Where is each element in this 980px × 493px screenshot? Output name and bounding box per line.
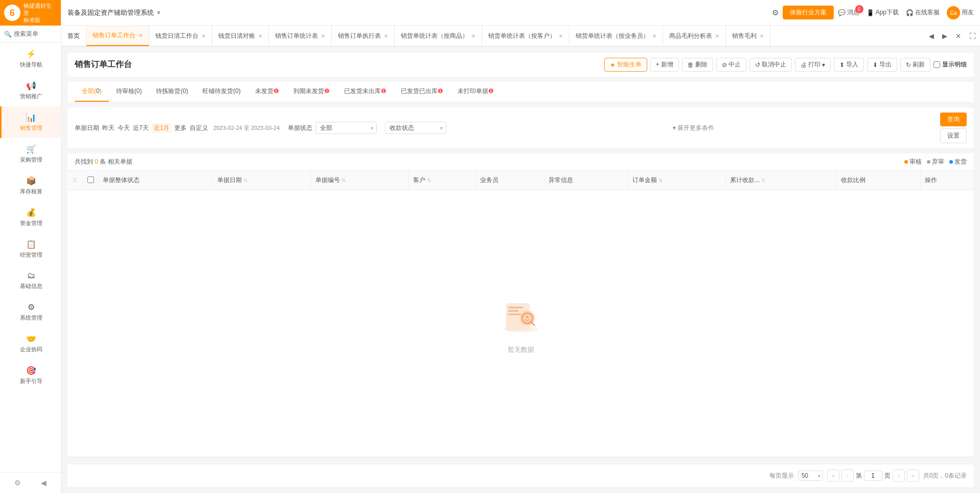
sidebar-item-purchase[interactable]: 🛒 采购管理 (0, 138, 61, 170)
th-customer[interactable]: 客户 (409, 171, 476, 190)
sidebar-search[interactable]: 🔍 搜索菜单 (0, 26, 61, 43)
show-detail-checkbox[interactable] (933, 61, 940, 68)
batch-cancel-review-btn[interactable]: 弃审 (927, 158, 944, 166)
tab-sales-summary-customer[interactable]: 销货单统计表（按客户） ✕ (482, 26, 569, 46)
sidebar-item-system[interactable]: ⚙ 系统管理 (0, 296, 61, 328)
filter-tab-overdue-not-shipped[interactable]: 到期未发货❶ (286, 82, 337, 102)
tab-close-sales-exec[interactable]: ✕ (384, 33, 388, 39)
tab-sales-summary-staff[interactable]: 销货单统计表（按业务员） ✕ (569, 26, 663, 46)
pagination-last-btn[interactable]: » (907, 469, 919, 482)
filter-tab-pending-review[interactable]: 待审核(0) (109, 82, 149, 102)
tab-sales-profit[interactable]: 销售毛利 ✕ (726, 26, 770, 46)
empty-state: 暂无数据 (67, 190, 974, 457)
tab-sales-stats[interactable]: 销售订单统计表 ✕ (269, 26, 332, 46)
filter-status-select[interactable]: 全部 (315, 122, 377, 134)
refresh-icon: ↻ (906, 61, 911, 69)
select-all-checkbox[interactable] (87, 176, 94, 183)
tab-close-current[interactable]: ✕ (951, 26, 965, 46)
print-button[interactable]: 🖨 打印 ▾ (795, 58, 831, 72)
th-amount[interactable]: 订单金额 (628, 171, 726, 190)
tab-close-sales-profit[interactable]: ✕ (760, 33, 764, 39)
batch-review-btn[interactable]: 审核 (904, 158, 922, 166)
tab-close-sales-summary-product[interactable]: ✕ (471, 33, 475, 39)
filter-tab-pending-inspect[interactable]: 待拣验货(0) (149, 82, 195, 102)
topbar-gear-icon[interactable]: ⚙ (772, 8, 779, 17)
shortcut-yesterday[interactable]: 昨天 (102, 124, 115, 132)
sidebar: 6 畅捷通好生意 标准版 🔍 搜索菜单 ⚡ 快捷导航 📢 营销推广 📊 销售管理… (0, 0, 61, 493)
tab-scroll-right[interactable]: ▶ (938, 26, 951, 46)
tab-scroll-left[interactable]: ◀ (925, 26, 938, 46)
app-download-btn[interactable]: 📱 App下载 (867, 8, 899, 17)
messages-btn[interactable]: 💬 消息 6 (838, 8, 859, 17)
tab-sales-summary-product[interactable]: 销货单统计表（按商品） ✕ (395, 26, 482, 46)
tab-home[interactable]: 首页 (61, 26, 86, 46)
sidebar-settings-btn[interactable]: ⚙ (14, 479, 21, 487)
sidebar-item-inventory[interactable]: 📦 库存核算 (0, 170, 61, 201)
filter-tab-not-printed[interactable]: 未打印单据❶ (450, 82, 501, 102)
tab-cash-daily[interactable]: 钱货日清工作台 ✕ (149, 26, 212, 46)
th-date[interactable]: 单据日期 (213, 171, 311, 190)
pagination: 每页显示 10 20 50 100 « ‹ 第 页 › » (67, 464, 974, 487)
tab-close-sales-stats[interactable]: ✕ (321, 33, 325, 39)
filter-tab-shipped-not-out[interactable]: 已发货未出库❶ (337, 82, 394, 102)
shortcut-7days[interactable]: 近7天 (133, 124, 149, 132)
sidebar-item-sales[interactable]: 📊 销售管理 (0, 106, 61, 138)
tab-close-sales-order-workspace[interactable]: ✕ (139, 33, 143, 38)
industry-solution-button[interactable]: 体验行业方案 (783, 6, 834, 19)
refresh-button[interactable]: ↻ 刷新 (900, 58, 930, 72)
shortcut-custom[interactable]: 自定义 (190, 124, 208, 132)
batch-ship-btn[interactable]: 发货 (949, 158, 967, 166)
delete-button[interactable]: 🗑 删除 (682, 58, 713, 72)
abort-button[interactable]: ⊘ 中止 (716, 58, 746, 72)
horizontal-scrollbar[interactable] (67, 457, 974, 464)
sidebar-item-operations[interactable]: 📋 经营管理 (0, 233, 61, 265)
tab-close-cash-daily[interactable]: ✕ (201, 33, 206, 39)
per-page-select[interactable]: 10 20 50 100 (798, 470, 823, 481)
filter-tab-wangpu-pending[interactable]: 旺铺待发货(0) (195, 82, 248, 102)
filter-tab-not-shipped[interactable]: 未发货❶ (248, 82, 286, 102)
sidebar-item-quick-nav[interactable]: ⚡ 快捷导航 (0, 43, 61, 75)
system-title-dropdown[interactable]: ▾ (157, 9, 161, 16)
pagination-next-btn[interactable]: › (893, 469, 905, 482)
tab-fullscreen[interactable]: ⛶ (965, 26, 980, 46)
tab-sales-exec[interactable]: 销售订单执行表 ✕ (332, 26, 395, 46)
th-number[interactable]: 单据编号 (311, 171, 408, 190)
shortcut-1month[interactable]: 近1月 (152, 123, 172, 133)
pagination-page-input[interactable] (864, 470, 882, 481)
show-detail-checkbox-label[interactable]: 显示明细 (933, 60, 967, 69)
tab-close-sales-summary-staff[interactable]: ✕ (652, 33, 656, 39)
pagination-prev-btn[interactable]: ‹ (841, 469, 854, 482)
filter-tab-shipped-out[interactable]: 已发货已出库❶ (394, 82, 450, 102)
cancel-abort-button[interactable]: ↺ 取消中止 (749, 58, 792, 72)
user-menu[interactable]: Ea 用友 (947, 6, 974, 19)
sidebar-collapse-btn[interactable]: ◀ (41, 479, 47, 487)
shortcut-today[interactable]: 今天 (118, 124, 130, 132)
tab-margin-analysis[interactable]: 商品毛利分析表 ✕ (663, 26, 726, 46)
sidebar-item-finance[interactable]: 💰 资金管理 (0, 201, 61, 233)
filter-tab-all[interactable]: 全部(0) (75, 82, 109, 102)
tab-cash-reconcile[interactable]: 钱货日清对账 ✕ (212, 26, 269, 46)
tab-close-margin-analysis[interactable]: ✕ (715, 33, 719, 39)
pagination-first-btn[interactable]: « (827, 469, 839, 482)
smart-create-button[interactable]: ★ 智能生单 (604, 58, 647, 72)
sidebar-item-guide[interactable]: 🎯 新手引导 (0, 360, 61, 391)
tab-sales-order-workspace[interactable]: 销售订单工作台 ✕ (86, 26, 149, 46)
filter-set-button[interactable]: 设置 (940, 128, 967, 143)
tab-close-sales-summary-customer[interactable]: ✕ (559, 33, 563, 39)
filter-query-button[interactable]: 查询 (940, 113, 967, 126)
new-button[interactable]: + 新增 (650, 58, 679, 72)
service-icon: 🎧 (906, 9, 914, 16)
sidebar-item-basic-info[interactable]: 🗂 基础信息 (0, 265, 61, 296)
filter-collect-select[interactable]: 收款状态 收款状态 (385, 122, 446, 134)
filter-expand-btn[interactable]: ▾ 展开更多条件 (673, 124, 714, 132)
online-service-btn[interactable]: 🎧 在线客服 (906, 8, 940, 17)
star-icon: ★ (610, 61, 616, 69)
export-button[interactable]: ⬇ 导出 (867, 58, 897, 72)
sidebar-item-marketing[interactable]: 📢 营销推广 (0, 75, 61, 106)
th-collected[interactable]: 累计收款... (726, 171, 837, 190)
shortcut-more[interactable]: 更多 (174, 124, 187, 132)
tab-close-cash-reconcile[interactable]: ✕ (258, 33, 262, 39)
filter-status-select-wrap: 全部 (315, 122, 377, 134)
import-button[interactable]: ⬆ 导入 (834, 58, 864, 72)
sidebar-item-cooperation[interactable]: 🤝 企业协同 (0, 328, 61, 360)
